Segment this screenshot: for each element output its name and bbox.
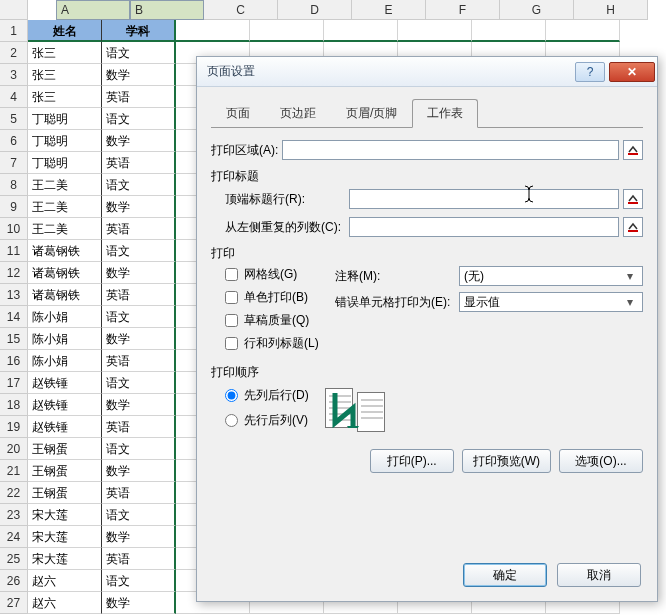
cell[interactable]: 英语 bbox=[102, 284, 176, 306]
cell[interactable]: 丁聪明 bbox=[28, 130, 102, 152]
rowcolhdr-checkbox[interactable]: 行和列标题(L) bbox=[225, 335, 335, 352]
row-header[interactable]: 14 bbox=[0, 306, 28, 328]
cell[interactable]: 数学 bbox=[102, 130, 176, 152]
column-header-H[interactable]: H bbox=[574, 0, 648, 20]
cell[interactable]: 王钢蛋 bbox=[28, 438, 102, 460]
row-header[interactable]: 10 bbox=[0, 218, 28, 240]
row-header[interactable]: 21 bbox=[0, 460, 28, 482]
cell[interactable]: 陈小娟 bbox=[28, 306, 102, 328]
cell[interactable] bbox=[398, 20, 472, 42]
cell[interactable]: 语文 bbox=[102, 174, 176, 196]
cell[interactable] bbox=[324, 20, 398, 42]
row-header[interactable]: 22 bbox=[0, 482, 28, 504]
cell[interactable] bbox=[176, 20, 250, 42]
cell[interactable]: 丁聪明 bbox=[28, 108, 102, 130]
dialog-titlebar[interactable]: 页面设置 ? ✕ bbox=[197, 57, 657, 87]
column-header-D[interactable]: D bbox=[278, 0, 352, 20]
column-header-G[interactable]: G bbox=[500, 0, 574, 20]
print-area-input[interactable] bbox=[282, 140, 619, 160]
row-header[interactable]: 17 bbox=[0, 372, 28, 394]
cell[interactable]: 语文 bbox=[102, 240, 176, 262]
row-header[interactable]: 25 bbox=[0, 548, 28, 570]
blackwhite-checkbox[interactable]: 单色打印(B) bbox=[225, 289, 335, 306]
row-header[interactable]: 8 bbox=[0, 174, 28, 196]
cell[interactable]: 赵铁锤 bbox=[28, 372, 102, 394]
cell[interactable]: 英语 bbox=[102, 350, 176, 372]
tab-sheet[interactable]: 工作表 bbox=[412, 99, 478, 128]
cell[interactable]: 宋大莲 bbox=[28, 526, 102, 548]
left-cols-picker[interactable] bbox=[623, 217, 643, 237]
cell[interactable]: 英语 bbox=[102, 152, 176, 174]
cell[interactable] bbox=[546, 20, 620, 42]
cell[interactable]: 数学 bbox=[102, 592, 176, 614]
row-header[interactable]: 9 bbox=[0, 196, 28, 218]
row-header[interactable]: 24 bbox=[0, 526, 28, 548]
cell[interactable]: 宋大莲 bbox=[28, 504, 102, 526]
cell[interactable]: 语文 bbox=[102, 570, 176, 592]
down-then-over-radio[interactable]: 先列后行(D) bbox=[225, 387, 309, 404]
column-header-B[interactable]: B bbox=[130, 0, 204, 20]
cell[interactable]: 王二美 bbox=[28, 196, 102, 218]
cell[interactable]: 英语 bbox=[102, 548, 176, 570]
row-header[interactable]: 16 bbox=[0, 350, 28, 372]
cell[interactable]: 英语 bbox=[102, 86, 176, 108]
cell[interactable]: 数学 bbox=[102, 394, 176, 416]
row-header[interactable]: 12 bbox=[0, 262, 28, 284]
row-header[interactable]: 13 bbox=[0, 284, 28, 306]
cell[interactable]: 王二美 bbox=[28, 218, 102, 240]
select-all-corner[interactable] bbox=[0, 0, 28, 20]
cell[interactable]: 赵铁锤 bbox=[28, 394, 102, 416]
cell[interactable]: 数学 bbox=[102, 262, 176, 284]
cell[interactable]: 数学 bbox=[102, 460, 176, 482]
errors-select[interactable]: 显示值▾ bbox=[459, 292, 643, 312]
cell[interactable]: 诸葛钢铁 bbox=[28, 262, 102, 284]
cell[interactable]: 王二美 bbox=[28, 174, 102, 196]
options-button[interactable]: 选项(O)... bbox=[559, 449, 643, 473]
cell[interactable]: 赵六 bbox=[28, 570, 102, 592]
top-rows-picker[interactable] bbox=[623, 189, 643, 209]
cell[interactable]: 英语 bbox=[102, 482, 176, 504]
row-header[interactable]: 23 bbox=[0, 504, 28, 526]
left-cols-input[interactable] bbox=[349, 217, 619, 237]
cell[interactable]: 赵铁锤 bbox=[28, 416, 102, 438]
cell[interactable] bbox=[472, 20, 546, 42]
print-button[interactable]: 打印(P)... bbox=[370, 449, 454, 473]
print-area-picker[interactable] bbox=[623, 140, 643, 160]
row-header[interactable]: 18 bbox=[0, 394, 28, 416]
column-header-A[interactable]: A bbox=[56, 0, 130, 20]
row-header[interactable]: 7 bbox=[0, 152, 28, 174]
tab-margins[interactable]: 页边距 bbox=[265, 99, 331, 128]
cell[interactable]: 诸葛钢铁 bbox=[28, 284, 102, 306]
row-header[interactable]: 1 bbox=[0, 20, 28, 42]
cell[interactable]: 数学 bbox=[102, 328, 176, 350]
cell[interactable]: 陈小娟 bbox=[28, 328, 102, 350]
cell[interactable] bbox=[250, 20, 324, 42]
cell[interactable]: 陈小娟 bbox=[28, 350, 102, 372]
cell[interactable]: 语文 bbox=[102, 42, 176, 64]
cell[interactable]: 学科 bbox=[102, 20, 176, 42]
draft-checkbox[interactable]: 草稿质量(Q) bbox=[225, 312, 335, 329]
row-header[interactable]: 26 bbox=[0, 570, 28, 592]
row-header[interactable]: 27 bbox=[0, 592, 28, 614]
cell[interactable]: 英语 bbox=[102, 218, 176, 240]
cell[interactable]: 姓名 bbox=[28, 20, 102, 42]
cell[interactable]: 张三 bbox=[28, 42, 102, 64]
help-button[interactable]: ? bbox=[575, 62, 605, 82]
row-header[interactable]: 4 bbox=[0, 86, 28, 108]
cell[interactable]: 语文 bbox=[102, 108, 176, 130]
ok-button[interactable]: 确定 bbox=[463, 563, 547, 587]
column-header-C[interactable]: C bbox=[204, 0, 278, 20]
cell[interactable]: 数学 bbox=[102, 64, 176, 86]
column-header-F[interactable]: F bbox=[426, 0, 500, 20]
cell[interactable]: 赵六 bbox=[28, 592, 102, 614]
gridlines-checkbox[interactable]: 网格线(G) bbox=[225, 266, 335, 283]
cell[interactable]: 宋大莲 bbox=[28, 548, 102, 570]
cell[interactable]: 张三 bbox=[28, 86, 102, 108]
cell[interactable]: 张三 bbox=[28, 64, 102, 86]
tab-header-footer[interactable]: 页眉/页脚 bbox=[331, 99, 412, 128]
cell[interactable]: 语文 bbox=[102, 438, 176, 460]
tab-page[interactable]: 页面 bbox=[211, 99, 265, 128]
row-header[interactable]: 15 bbox=[0, 328, 28, 350]
print-preview-button[interactable]: 打印预览(W) bbox=[462, 449, 551, 473]
row-header[interactable]: 19 bbox=[0, 416, 28, 438]
